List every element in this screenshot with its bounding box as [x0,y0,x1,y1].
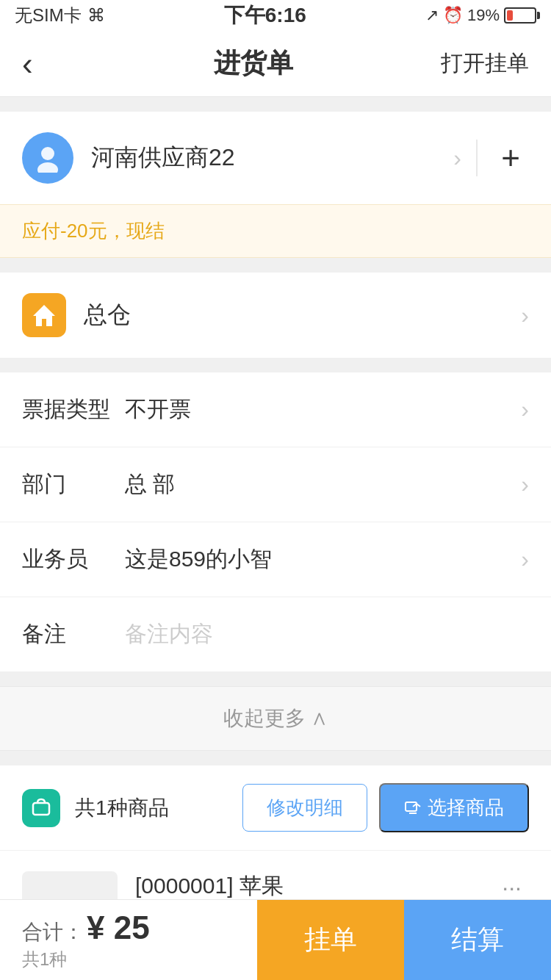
salesperson-label: 业务员 [22,544,110,574]
home-icon [32,303,57,328]
warehouse-row[interactable]: 总仓 › [0,273,551,358]
supplier-chevron: › [453,145,461,172]
products-header: 共1种商品 修改明细 选择商品 [0,765,551,851]
battery-icon [504,7,536,24]
note-label: 备注 [22,619,110,649]
salesperson-value: 这是859的小智 [125,544,514,574]
divider-1 [0,97,551,112]
location-icon: ↗ [425,6,439,25]
bottom-bar: 合计： ¥ 25 共1种 挂单 结算 [0,899,551,980]
status-left: 无SIM卡 ⌘ [15,4,105,27]
total-amount: ¥ 25 [87,909,150,946]
warehouse-chevron: › [521,302,529,329]
select-product-button[interactable]: 选择商品 [379,783,529,832]
total-count: 共1种 [22,948,235,971]
back-icon: ‹ [22,46,33,82]
collapse-button[interactable]: 收起更多 ∧ [0,686,551,751]
supplier-avatar [22,132,73,184]
alarm-icon: ⏰ [443,6,463,25]
svg-rect-3 [33,803,49,815]
status-right: ↗ ⏰ 19% [425,6,536,25]
warehouse-icon [22,293,66,337]
product-code: [0000001] [135,873,233,898]
hang-button[interactable]: 挂单 [257,900,404,981]
svg-rect-4 [406,802,417,811]
svg-point-0 [41,147,54,160]
back-button[interactable]: ‹ [22,46,66,82]
wifi-icon: ⌘ [87,5,105,26]
status-bar: 无SIM卡 ⌘ 下午6:16 ↗ ⏰ 19% [0,0,551,31]
products-count: 共1种商品 [75,794,242,822]
products-icon [22,789,60,827]
ticket-type-label: 票据类型 [22,394,110,425]
checkout-button[interactable]: 结算 [404,900,551,981]
supplier-section: 河南供应商22 › + 应付-20元，现结 [0,112,551,258]
battery-percent: 19% [467,6,500,25]
vertical-divider [476,140,478,176]
product-title: 苹果 [240,873,284,898]
svg-point-1 [37,162,58,173]
department-label: 部门 [22,469,110,500]
select-product-label: 选择商品 [428,795,504,821]
warehouse-section: 总仓 › [0,273,551,358]
modify-detail-button[interactable]: 修改明细 [242,784,367,832]
open-hang-button[interactable]: 打开挂单 [441,48,529,79]
form-section: 票据类型 不开票 › 部门 总 部 › 业务员 这是859的小智 › 备注 备注… [0,372,551,671]
department-chevron: › [521,471,529,498]
ticket-type-value: 不开票 [125,394,514,425]
select-product-icon [404,799,422,817]
add-supplier-button[interactable]: + [492,140,529,176]
department-value: 总 部 [125,469,514,500]
ticket-type-chevron: › [521,396,529,423]
page-title: 进货单 [214,46,293,82]
time-label: 下午6:16 [224,1,306,29]
svg-marker-2 [33,305,55,326]
salesperson-row[interactable]: 业务员 这是859的小智 › [0,522,551,597]
person-icon [33,143,62,173]
total-section: 合计： ¥ 25 共1种 [0,909,257,971]
note-value[interactable]: 备注内容 [125,619,529,649]
battery-fill [507,10,513,21]
supplier-name: 河南供应商22 [91,142,446,174]
cart-icon [30,797,52,819]
product-name: [0000001] 苹果 [135,871,494,901]
department-row[interactable]: 部门 总 部 › [0,447,551,522]
salesperson-chevron: › [521,546,529,573]
warehouse-name: 总仓 [84,299,514,331]
total-label: 合计： [22,918,84,946]
ticket-type-row[interactable]: 票据类型 不开票 › [0,372,551,447]
carrier-label: 无SIM卡 [15,4,82,27]
supplier-row[interactable]: 河南供应商22 › + [0,112,551,204]
note-row[interactable]: 备注 备注内容 [0,597,551,671]
nav-bar: ‹ 进货单 打开挂单 [0,31,551,97]
warning-banner: 应付-20元，现结 [0,204,551,258]
